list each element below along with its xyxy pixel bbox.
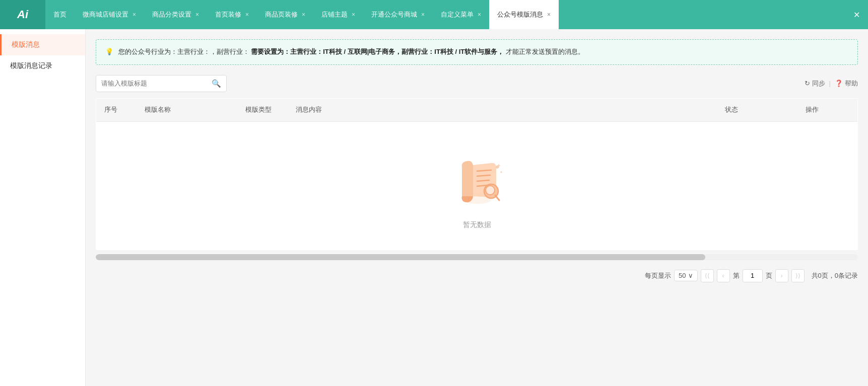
nav-tab-custom-menu[interactable]: 自定义菜单 × [433,0,489,29]
logo: Ai [0,0,45,29]
tab-close-icon[interactable]: × [302,11,305,18]
nav-tab-wshop-settings[interactable]: 微商城店铺设置 × [75,0,144,29]
page-size-select[interactable]: 50 ∨ [674,270,697,281]
main-layout: 模版消息模版消息记录 💡 您的公众号行业为：主营行业：，副营行业： 需要设置为：… [0,29,868,386]
sync-icon: ↻ [805,80,810,87]
empty-row: 暂无数据 [96,121,858,250]
toolbar-right: ↻ 同步 | ❓ 帮助 [805,79,858,88]
empty-illustration [447,152,507,212]
last-page-button[interactable]: ⟩⟩ [791,269,805,282]
nav-tab-label: 公众号模版消息 [497,10,543,19]
nav-tab-label: 微商城店铺设置 [83,10,128,19]
search-input[interactable] [101,80,212,87]
content-area: 💡 您的公众号行业为：主营行业：，副营行业： 需要设置为：主营行业：IT科技 /… [86,29,868,386]
search-bar: 🔍 ↻ 同步 | ❓ 帮助 [96,75,858,92]
nav-tab-home-decor[interactable]: 首页装修 × [207,0,257,29]
search-input-wrap: 🔍 [96,75,227,92]
search-icon[interactable]: 🔍 [212,79,221,88]
help-label: 帮助 [845,79,858,88]
notice-box: 💡 您的公众号行业为：主营行业：，副营行业： 需要设置为：主营行业：IT科技 /… [96,39,858,65]
nav-tab-open-wechat-shop[interactable]: 开通公众号商城 × [363,0,433,29]
nav-tab-label: 店铺主题 [321,10,348,19]
sidebar-item-template-message-record[interactable]: 模版消息记录 [0,55,85,76]
first-page-button[interactable]: ⟨⟨ [701,269,714,282]
scrollbar-thumb[interactable] [96,254,705,260]
nav-tab-label: 首页 [53,10,66,19]
page-label-after: 页 [766,271,772,280]
page-label-before: 第 [733,271,740,280]
pagination: 每页显示 50 ∨ ⟨⟨ ‹ 第 页 › ⟩⟩ 共0页，0条记录 [96,264,858,284]
nav-tabs: 首页微商城店铺设置 ×商品分类设置 ×首页装修 ×商品页装修 ×店铺主题 ×开通… [45,0,845,29]
sync-button[interactable]: ↻ 同步 [805,79,825,88]
sidebar: 模版消息模版消息记录 [0,29,86,386]
table-header-content: 消息内容 [288,98,717,121]
data-table: 序号模版名称模版类型消息内容状态操作 [96,98,858,250]
tab-close-icon[interactable]: × [132,11,136,18]
top-nav: Ai 首页微商城店铺设置 ×商品分类设置 ×首页装修 ×商品页装修 ×店铺主题 … [0,0,868,29]
svg-point-6 [486,186,495,195]
nav-tab-product-decor[interactable]: 商品页装修 × [257,0,313,29]
table-header-name: 模版名称 [137,98,237,121]
nav-tab-label: 商品分类设置 [152,10,191,19]
chevron-down-icon: ∨ [688,272,693,279]
tab-close-icon[interactable]: × [352,11,355,18]
help-button[interactable]: ❓ 帮助 [835,79,858,88]
table-body: 暂无数据 [96,121,858,250]
horizontal-scrollbar[interactable] [96,254,858,260]
table-header-type: 模版类型 [237,98,288,121]
nav-tab-template-msg[interactable]: 公众号模版消息 × [489,0,559,29]
current-page-input[interactable] [743,269,763,282]
table-header-action: 操作 [797,98,858,121]
nav-tab-label: 自定义菜单 [441,10,474,19]
svg-point-9 [500,171,502,173]
nav-tab-category-settings[interactable]: 商品分类设置 × [144,0,207,29]
tab-close-icon[interactable]: × [195,11,199,18]
nav-tab-label: 商品页装修 [265,10,298,19]
divider: | [829,80,831,87]
next-page-button[interactable]: › [775,269,788,282]
nav-tab-label: 首页装修 [215,10,241,19]
empty-text: 暂无数据 [463,220,491,229]
tab-close-icon[interactable]: × [421,11,425,18]
notice-suffix: 才能正常发送预置的消息。 [506,48,584,55]
prev-page-button[interactable]: ‹ [717,269,730,282]
table-header-status: 状态 [717,98,797,121]
sync-label: 同步 [812,79,825,88]
tab-close-icon[interactable]: × [478,11,481,18]
page-total: 共0页，0条记录 [812,271,858,280]
close-all-button[interactable]: ✕ [845,0,868,29]
table-header-seq: 序号 [96,98,137,121]
notice-highlight: 需要设置为：主营行业：IT科技 / 互联网|电子商务，副营行业：IT科技 / I… [251,48,504,55]
nav-tab-label: 开通公众号商城 [371,10,417,19]
nav-tab-home[interactable]: 首页 [45,0,75,29]
notice-prefix: 您的公众号行业为：主营行业：，副营行业： [118,48,249,55]
sidebar-item-template-message[interactable]: 模版消息 [0,34,85,55]
nav-tab-shop-theme[interactable]: 店铺主题 × [313,0,363,29]
tab-close-icon[interactable]: × [547,11,551,18]
table-header-row: 序号模版名称模版类型消息内容状态操作 [96,98,858,121]
help-icon: ❓ [835,80,843,87]
empty-state: 暂无数据 [96,122,857,250]
table-head: 序号模版名称模版类型消息内容状态操作 [96,98,858,121]
svg-point-8 [496,166,499,169]
tab-close-icon[interactable]: × [245,11,249,18]
svg-line-7 [495,195,499,200]
bulb-icon: 💡 [105,48,113,55]
page-size-value: 50 [679,272,686,279]
page-size-label: 每页显示 [645,271,671,280]
